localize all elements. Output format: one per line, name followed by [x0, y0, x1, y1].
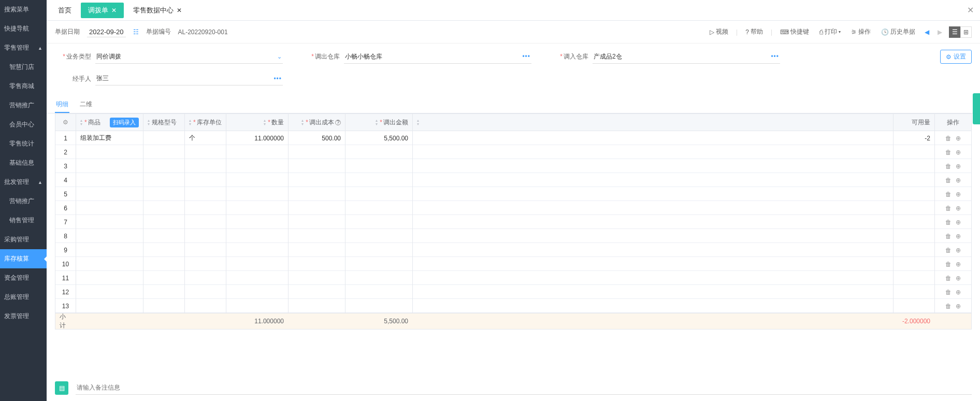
remark-icon: ▤	[55, 381, 68, 395]
delete-icon[interactable]: 🗑	[945, 303, 952, 310]
grid-settings-icon[interactable]: ⚙	[55, 114, 76, 131]
view-card-button[interactable]: ⊞	[960, 26, 972, 38]
delete-icon[interactable]: 🗑	[945, 219, 952, 226]
tab[interactable]: 零售数据中心✕	[126, 3, 189, 18]
add-icon[interactable]: ⊕	[956, 233, 961, 240]
table-row[interactable]: 9🗑⊕	[55, 243, 971, 257]
delete-icon[interactable]: 🗑	[945, 205, 952, 212]
handler-input[interactable]: 张三 •••	[95, 72, 283, 85]
table-row[interactable]: 12🗑⊕	[55, 285, 971, 299]
add-icon[interactable]: ⊕	[956, 191, 961, 198]
close-all-tabs[interactable]: ✕	[967, 5, 974, 15]
add-icon[interactable]: ⊕	[956, 289, 961, 296]
grid-header: ⚙ ▴▾*商品扫码录入 ▴▾规格型号 ▴▾*库存单位 ▴▾*数量 ▴▾*调出成本…	[55, 114, 971, 131]
tab-home[interactable]: 首页	[51, 3, 79, 18]
info-icon[interactable]: ?	[335, 120, 341, 125]
sidebar-item[interactable]: 零售统计	[0, 134, 47, 153]
add-icon[interactable]: ⊕	[956, 149, 961, 156]
prev-doc-button[interactable]: ◀	[923, 28, 931, 36]
subtab-detail[interactable]: 明细	[55, 97, 69, 113]
video-button[interactable]: ▷ 视频	[707, 26, 731, 38]
sidebar-item[interactable]: 批发管理▲	[0, 173, 47, 192]
date-label: 单据日期	[55, 27, 80, 36]
add-icon[interactable]: ⊕	[956, 261, 961, 268]
delete-icon[interactable]: 🗑	[945, 135, 952, 142]
sidebar-item[interactable]: 智慧门店	[0, 58, 47, 77]
table-row[interactable]: 3🗑⊕	[55, 159, 971, 173]
lookup-icon[interactable]: •••	[771, 53, 779, 60]
close-icon[interactable]: ✕	[111, 3, 117, 18]
add-icon[interactable]: ⊕	[956, 275, 961, 282]
table-row[interactable]: 5🗑⊕	[55, 187, 971, 201]
date-value[interactable]: 2022-09-20	[87, 27, 126, 37]
delete-icon[interactable]: 🗑	[945, 191, 952, 198]
sidebar-item[interactable]: 总账管理	[0, 288, 47, 307]
sidebar-item[interactable]: 会员中心	[0, 115, 47, 134]
add-icon[interactable]: ⊕	[956, 303, 961, 310]
table-row[interactable]: 2🗑⊕	[55, 145, 971, 159]
table-row[interactable]: 7🗑⊕	[55, 215, 971, 229]
tabs-row: 首页 调拨单✕零售数据中心✕ ✕	[47, 0, 980, 21]
sidebar-item[interactable]: 零售商城	[0, 77, 47, 96]
delete-icon[interactable]: 🗑	[945, 177, 952, 184]
calendar-icon[interactable]: ☷	[133, 28, 139, 36]
table-row[interactable]: 4🗑⊕	[55, 173, 971, 187]
table-row[interactable]: 11🗑⊕	[55, 271, 971, 285]
tab[interactable]: 调拨单✕	[81, 3, 124, 18]
delete-icon[interactable]: 🗑	[945, 289, 952, 296]
add-icon[interactable]: ⊕	[956, 205, 961, 212]
remark-row: ▤	[47, 375, 980, 401]
sidebar-item[interactable]: 搜索菜单	[0, 0, 47, 19]
in-warehouse-input[interactable]: 产成品2仓 •••	[593, 50, 780, 64]
out-warehouse-input[interactable]: 小畅小畅仓库 •••	[344, 50, 531, 64]
sidebar-item[interactable]: 基础信息	[0, 153, 47, 173]
table-row[interactable]: 13🗑⊕	[55, 299, 971, 313]
print-button[interactable]: ⎙ 打印 ▾	[817, 26, 843, 38]
add-icon[interactable]: ⊕	[956, 135, 961, 142]
sidebar-item[interactable]: 资金管理	[0, 268, 47, 288]
delete-icon[interactable]: 🗑	[945, 163, 952, 170]
add-icon[interactable]: ⊕	[956, 247, 961, 254]
right-panel-handle[interactable]	[973, 93, 980, 124]
sidebar-item[interactable]: 库存核算	[0, 249, 47, 268]
delete-icon[interactable]: 🗑	[945, 275, 952, 282]
grid-subtotal-row: 小计 11.000000 5,500.00 -2.000000	[55, 313, 971, 329]
sidebar-item[interactable]: 零售管理▲	[0, 38, 47, 58]
add-icon[interactable]: ⊕	[956, 177, 961, 184]
sidebar-item[interactable]: 销售管理	[0, 211, 47, 230]
table-row[interactable]: 8🗑⊕	[55, 229, 971, 243]
delete-icon[interactable]: 🗑	[945, 261, 952, 268]
chevron-down-icon[interactable]: ⌄	[277, 53, 282, 60]
remark-input[interactable]	[76, 381, 972, 395]
add-icon[interactable]: ⊕	[956, 219, 961, 226]
sidebar-item[interactable]: 发票管理	[0, 307, 47, 326]
sidebar-item[interactable]: 营销推广	[0, 192, 47, 211]
doc-header: 单据日期 2022-09-20 ☷ 单据编号 AL-20220920-001 ▷…	[47, 21, 980, 44]
lookup-icon[interactable]: •••	[522, 53, 530, 60]
scan-button[interactable]: 扫码录入	[110, 118, 139, 127]
field-out-warehouse: *调出仓库 小畅小畅仓库 •••	[304, 50, 531, 64]
sidebar-item[interactable]: 采购管理	[0, 230, 47, 249]
docno-label: 单据编号	[146, 27, 171, 36]
help-button[interactable]: ? 帮助	[743, 26, 766, 38]
sidebar-item[interactable]: 营销推广	[0, 96, 47, 115]
delete-icon[interactable]: 🗑	[945, 233, 952, 240]
hotkey-button[interactable]: ⌨ 快捷键	[777, 26, 812, 38]
field-biz-type: *业务类型 同价调拨 ⌄	[55, 50, 283, 64]
table-row[interactable]: 10🗑⊕	[55, 257, 971, 271]
add-icon[interactable]: ⊕	[956, 163, 961, 170]
ops-button[interactable]: ⚞ 操作	[848, 26, 873, 38]
delete-icon[interactable]: 🗑	[945, 149, 952, 156]
view-list-button[interactable]: ☰	[949, 26, 960, 38]
settings-button[interactable]: ⚙ 设置	[940, 50, 972, 64]
subtab-2d[interactable]: 二维	[79, 97, 93, 113]
table-row[interactable]: 6🗑⊕	[55, 201, 971, 215]
biz-type-input[interactable]: 同价调拨 ⌄	[95, 50, 283, 64]
table-row[interactable]: 1组装加工费个11.000000500.005,500.00-2🗑⊕	[55, 131, 971, 145]
lookup-icon[interactable]: •••	[273, 75, 282, 82]
history-button[interactable]: 🕓 历史单据	[878, 26, 918, 38]
close-icon[interactable]: ✕	[177, 3, 182, 18]
delete-icon[interactable]: 🗑	[945, 247, 952, 254]
sidebar-item[interactable]: 快捷导航	[0, 19, 47, 38]
next-doc-button[interactable]: ▶	[936, 28, 944, 36]
